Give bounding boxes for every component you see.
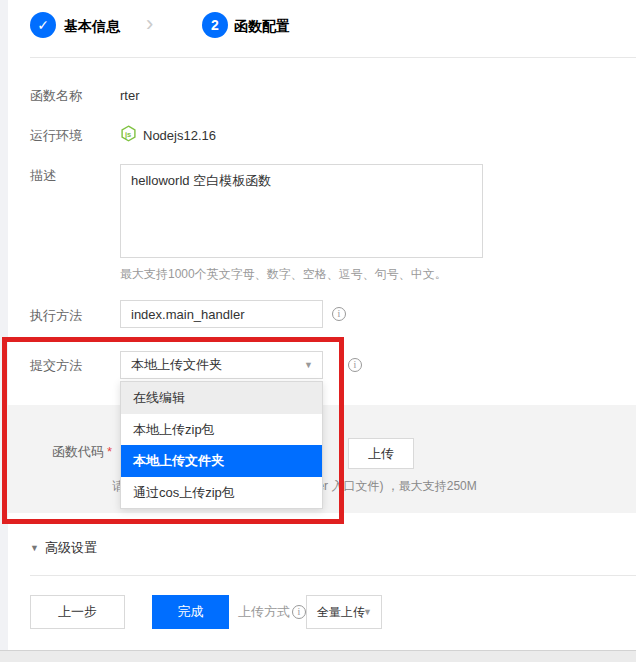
caret-down-icon: ▼ [363,607,372,617]
step1-circle[interactable]: ✓ [30,12,56,38]
required-asterisk: * [107,444,112,459]
step2-number: 2 [211,17,219,33]
submit-method-info-icon[interactable]: i [348,358,362,372]
handler-label: 执行方法 [30,308,82,323]
submit-method-label: 提交方法 [30,358,82,373]
svg-text:js: js [124,130,131,139]
handler-input[interactable] [120,300,323,328]
handler-info-icon[interactable]: i [332,307,346,321]
function-name-label: 函数名称 [30,88,82,103]
step2-circle: 2 [202,12,228,38]
submit-method-dropdown: 在线编辑 本地上传zip包 本地上传文件夹 通过cos上传zip包 [120,381,323,509]
function-code-label: 函数代码* [52,444,112,459]
dropdown-option-online-edit[interactable]: 在线编辑 [121,382,322,414]
caret-down-icon: ▼ [304,360,313,370]
runtime-value: Nodejs12.16 [143,128,216,143]
description-label: 描述 [30,168,56,183]
upload-mode-select[interactable]: 全量上传 ▼ [306,595,382,629]
chevron-right-icon: › [146,13,153,35]
submit-method-selected-value: 本地上传文件夹 [131,356,222,374]
function-name-value: rter [120,88,140,103]
check-icon: ✓ [37,17,49,33]
description-textarea[interactable]: helloworld 空白模板函数 [120,164,483,258]
finish-button[interactable]: 完成 [152,595,229,629]
upload-button[interactable]: 上传 [348,438,414,469]
runtime-label: 运行环境 [30,128,82,143]
page-background-band [0,651,636,662]
upload-mode-label: 上传方式 [238,604,290,619]
step2-label: 函数配置 [234,18,290,34]
dropdown-option-local-folder[interactable]: 本地上传文件夹 [121,445,322,477]
upload-mode-selected-value: 全量上传 [317,604,365,621]
submit-method-select[interactable]: 本地上传文件夹 ▼ [120,351,323,379]
upload-mode-group: 上传方式 i [238,604,306,619]
previous-step-button[interactable]: 上一步 [30,595,125,629]
nodejs-icon: js [120,125,137,142]
advanced-settings-label: 高级设置 [45,540,97,555]
dropdown-option-cos-zip[interactable]: 通过cos上传zip包 [121,477,322,509]
caret-down-icon: ▼ [30,543,39,553]
footer-divider [30,575,636,576]
header-divider [30,57,636,58]
description-hint: 最大支持1000个英文字母、数字、空格、逗号、句号、中文。 [120,267,447,281]
dropdown-option-local-zip[interactable]: 本地上传zip包 [121,414,322,446]
step1-label[interactable]: 基本信息 [64,18,120,34]
upload-mode-info-icon[interactable]: i [292,605,306,619]
advanced-settings-toggle[interactable]: ▼ 高级设置 [30,540,97,555]
